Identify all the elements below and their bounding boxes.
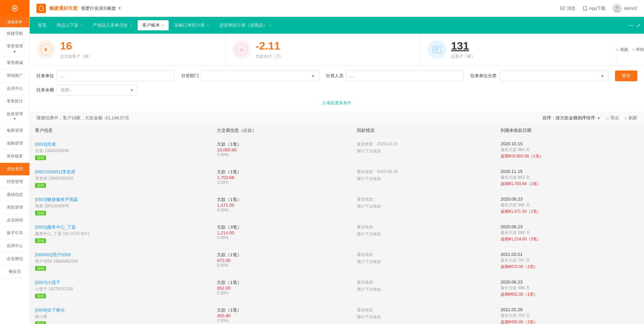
debt-amount[interactable]: 652.00 xyxy=(217,286,346,291)
last-payment: 最近收款 xyxy=(357,224,490,230)
last-payment: 最近收款 xyxy=(357,252,490,258)
sidebar-item-marketing[interactable]: 营销推广 xyxy=(0,69,29,82)
tab-product-shelf[interactable]: 商品上下架 × xyxy=(52,20,87,30)
app-download-btn[interactable]: App下载 xyxy=(582,5,606,11)
export-btn[interactable]: ○ 导出 xyxy=(606,115,619,121)
stat-right-actions: ○ 视频 ○ 帮助 xyxy=(616,34,644,65)
overdue-text[interactable]: 超期¥1,214.00（3笔） xyxy=(501,236,639,242)
sort-selector[interactable]: 排序：按欠款金额倒序排序 ▼ xyxy=(542,115,601,121)
message-btn[interactable]: 消息 xyxy=(560,5,576,11)
sidebar-search[interactable]: 搜索菜单 xyxy=(0,17,29,27)
sidebar-item-retail-stat[interactable]: 零售统计 xyxy=(0,95,29,108)
company-selector[interactable]: 母婴行业演示账套 ▼ xyxy=(81,5,122,11)
brand-area: 畅捷通好生意 母婴行业演示账套 ▼ xyxy=(36,4,122,13)
filter-manager-dots: ... xyxy=(350,73,354,79)
tab-product-history-close[interactable]: × xyxy=(130,23,132,27)
retail-mgmt-arrow: ▲ xyxy=(1,49,28,53)
tab-customer-account-close[interactable]: × xyxy=(162,23,164,27)
overdue-text[interactable]: 超期¥652.00（1笔） xyxy=(501,292,639,297)
view-btn[interactable]: ○ 视频 xyxy=(616,47,628,53)
sidebar-item-newbie[interactable]: 新手引导 xyxy=(0,227,29,240)
due-date-cell: 2020.11.15 最长欠款 853 天 超期¥1,703.68（1笔） xyxy=(495,165,644,193)
overdue-text[interactable]: 超期¥1,471.00（1笔） xyxy=(501,209,639,214)
stat-debt-amount-number: -2.11 xyxy=(256,40,284,52)
tab-import-stat-close[interactable]: × xyxy=(270,23,272,27)
filter-balance-label: 往来余额 xyxy=(36,87,54,93)
filter-source-unit-input[interactable]: ... xyxy=(57,70,174,81)
debt-amount[interactable]: 672.00 xyxy=(217,258,346,263)
tab-purchase-order-close[interactable]: × xyxy=(207,23,209,27)
next-payment: 预计下次收款 xyxy=(357,314,490,320)
customer-contact: 吕俊 13026203696 xyxy=(35,148,206,154)
customer-name-link[interactable]: [0016]吕俊 xyxy=(35,142,56,147)
sidebar-item-member[interactable]: 会员中心 xyxy=(0,82,29,95)
overdue-text[interactable]: 超期¥455.90（1笔） xyxy=(501,319,639,324)
tab-product-shelf-close[interactable]: × xyxy=(81,23,83,27)
sidebar-item-retail-mgmt[interactable]: 零售管理 ▲ xyxy=(0,40,29,57)
svg-rect-11 xyxy=(434,50,438,51)
due-date-cell: 2020.06.23 最长欠款 998 天 超期¥1,214.00（3笔） xyxy=(495,220,644,248)
overdue-text[interactable]: 超期¥672.00（1笔） xyxy=(501,264,639,270)
sidebar-item-operations[interactable]: 经营管理 xyxy=(0,176,29,188)
sidebar-item-basic-info[interactable]: 基础信息 xyxy=(0,188,29,201)
tab-import-stat[interactable]: 进货单统计表（按商品） × xyxy=(215,20,276,30)
sidebar-item-finance[interactable]: 资金管理 xyxy=(0,163,29,176)
tab-bar: 首页 商品上下架 × 产成品入库单历史 × 客户账本 × 采购订单统计表 × xyxy=(30,17,644,34)
stat-debt-amount-icon: ◇ xyxy=(232,40,251,59)
query-button[interactable]: 查询 xyxy=(615,70,637,81)
sidebar-item-retail-mall[interactable]: 零售商城 xyxy=(0,57,29,69)
customer-name-link[interactable]: [0002]服务中心_丁磊 xyxy=(35,225,76,230)
window-controls: — ⤢ xyxy=(629,22,641,29)
svg-point-4 xyxy=(616,6,618,9)
sidebar-item-wechat[interactable]: 企业微信 xyxy=(0,253,29,265)
filter-source-unit: 往来单位 ... xyxy=(36,70,174,81)
sidebar-item-batch-mgmt[interactable]: 批发管理 ▼ xyxy=(0,108,29,124)
customer-name-link[interactable]: [0007]小迸干 xyxy=(35,280,60,285)
debt-info-cell: 欠款（1笔） 10,000.00 0.00% xyxy=(212,137,351,165)
maximize-btn[interactable]: ⤢ xyxy=(636,22,641,29)
tab-customer-account[interactable]: 客户账本 × xyxy=(138,20,169,30)
refresh-btn[interactable]: ○ 刷新 xyxy=(624,115,637,121)
customer-name-link[interactable]: [0001020001]李老师 xyxy=(35,169,75,174)
overdue-text[interactable]: 超期¥10,000.00（1笔） xyxy=(501,153,639,159)
due-date-cell: 2021.02.26 最长欠款 750 天 超期¥455.90（1笔） xyxy=(495,303,644,324)
debt-amount[interactable]: 10,000.00 xyxy=(217,147,346,152)
debt-info-cell: 欠款（1笔） 1,703.68 0.00% xyxy=(212,165,351,193)
due-date: 2021.03.01 xyxy=(501,252,639,257)
filter-manager-input[interactable]: ... xyxy=(346,70,464,81)
tab-purchase-order[interactable]: 采购订单统计表 × xyxy=(169,20,214,30)
overdue-text[interactable]: 超期¥1,703.68（1笔） xyxy=(501,181,639,187)
customer-name-link[interactable]: [0003]畅捷服务尹海蕊 xyxy=(35,197,78,202)
tab-product-history[interactable]: 产成品入库单历史 × xyxy=(88,20,137,30)
sidebar-item-system[interactable]: 系统管理 xyxy=(0,201,29,214)
user-menu[interactable]: demo2 xyxy=(612,4,637,13)
filter-dept-input[interactable]: ▼ xyxy=(201,70,319,81)
sidebar-item-vip[interactable]: 畅会员 xyxy=(0,265,29,278)
debt-amount[interactable]: 1,703.68 xyxy=(217,175,346,180)
sidebar-item-ecommerce[interactable]: 电商管理 xyxy=(0,124,29,137)
sidebar-item-inventory[interactable]: 库存核算 xyxy=(0,150,29,163)
customer-name-link[interactable]: [0006]去下粮仓 xyxy=(35,307,65,313)
col-due-date: 到期未收款日期 xyxy=(495,124,644,137)
tab-home[interactable]: 首页 xyxy=(33,20,51,30)
filter-unit-class-input[interactable]: ▼ xyxy=(499,70,608,81)
debt-count: 欠款（3笔） xyxy=(217,224,346,230)
table-container: 客户信息 欠交易信息（占比） 回款情况 到期未收款日期 [0016]吕俊 吕俊 … xyxy=(30,124,644,324)
filter-balance-input[interactable]: 选择... ▼ xyxy=(57,85,138,95)
filter-collapse-btn[interactable]: ⋀ 收起更多条件 xyxy=(36,99,637,107)
debt-amount[interactable]: 1,471.00 xyxy=(217,203,346,208)
sidebar-item-app-center[interactable]: 应用中心 xyxy=(0,240,29,253)
sidebar-item-quick-nav[interactable]: 快捷导航 xyxy=(0,27,29,40)
sidebar-item-enterprise[interactable]: 企业协同 xyxy=(0,214,29,227)
stat-debt-customers-number: 16 xyxy=(60,40,92,52)
help-btn[interactable]: ○ 帮助 xyxy=(632,47,644,53)
sidebar-item-purchase[interactable]: 采购管理 xyxy=(0,137,29,150)
overdue-days: 最长欠款 750 天 xyxy=(501,313,639,319)
customer-name-link[interactable]: [000002]用户2050 xyxy=(35,252,71,257)
debt-amount[interactable]: 455.90 xyxy=(217,313,346,318)
debt-amount[interactable]: 1,214.00 xyxy=(217,230,346,235)
minimize-btn[interactable]: — xyxy=(629,22,634,28)
svg-rect-10 xyxy=(434,48,440,49)
table-row: [0007]小迸干 小迸干 18279152100 现销 欠款（1笔） 652.… xyxy=(30,275,644,303)
customer-contact: 李老师 18600391516 xyxy=(35,176,206,181)
